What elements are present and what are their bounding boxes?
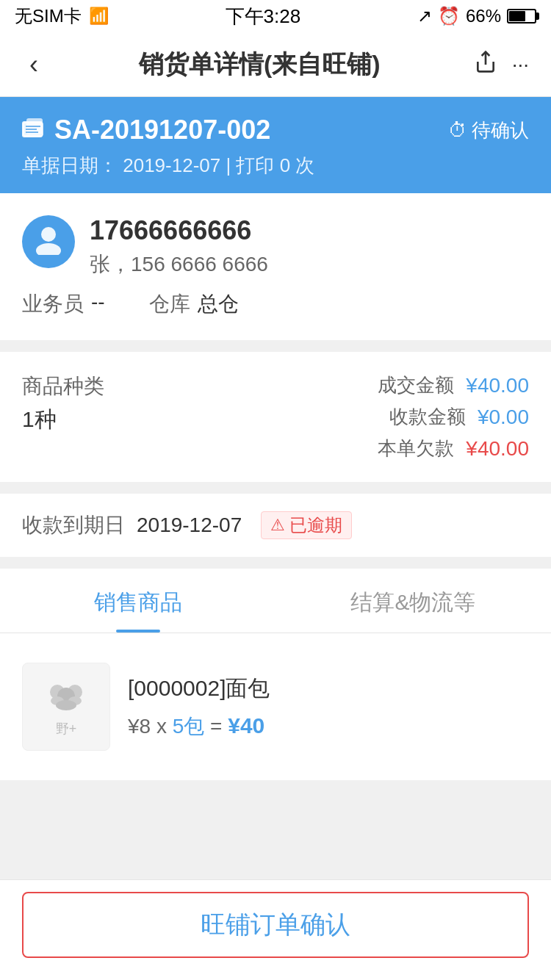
order-icon [22,115,47,145]
overdue-text: 已逾期 [289,514,342,537]
battery-label: 66% [466,6,501,26]
product-type-value: 1种 [22,405,104,435]
svg-point-14 [56,700,76,710]
back-button[interactable]: ‹ [22,42,46,87]
deal-amount-label: 成交金额 [378,372,454,398]
product-qty: 5包 [173,715,205,738]
deal-amount-value: ¥40.00 [466,374,529,397]
order-meta: 单据日期： 2019-12-07 | 打印 0 次 [22,153,529,179]
owed-amount-label: 本单欠款 [378,436,454,461]
product-logo-icon [43,676,90,717]
battery-icon [507,9,536,24]
product-price: ¥8 [128,715,151,738]
nav-actions: ··· [474,50,529,79]
warehouse-item: 仓库 总仓 [149,290,239,318]
received-amount-value: ¥0.00 [478,406,529,429]
header-card: SA-20191207-002 ⏱ 待确认 单据日期： 2019-12-07 |… [0,97,551,193]
order-status-badge: ⏱ 待确认 [448,118,529,143]
due-date-section: 收款到期日 2019-12-07 ⚠ 已逾期 [0,494,551,557]
warehouse-label: 仓库 [149,290,190,318]
location-icon: ↗ [417,6,432,26]
product-multiply: x [156,715,173,738]
received-amount-row: 收款金额 ¥0.00 [389,404,529,430]
product-row: 野+ [0000002]面包 ¥8 x 5包 = ¥40 [22,648,529,765]
overdue-badge: ⚠ 已逾期 [261,511,352,539]
order-id: SA-20191207-002 [22,115,270,145]
owed-amount-row: 本单欠款 ¥40.00 [378,436,529,461]
tabs-row: 销售商品 结算&物流等 [0,569,551,633]
product-name: [0000002]面包 [128,674,270,704]
wifi-icon: 📶 [89,7,109,26]
carrier-label: 无SIM卡 [15,4,82,28]
confirm-button[interactable]: 旺铺订单确认 [22,892,529,958]
page-title: 销货单详情(来自旺铺) [139,48,381,82]
avatar [22,215,75,268]
received-amount-label: 收款金额 [389,404,466,430]
summary-right: 成交金额 ¥40.00 收款金额 ¥0.00 本单欠款 ¥40.00 [378,372,529,461]
product-type-label: 商品种类 [22,372,104,400]
clock-icon: ⏱ [448,119,467,142]
customer-phone: 17666666666 [90,215,268,246]
status-bar: 无SIM卡 📶 下午3:28 ↗ ⏰ 66% [0,0,551,32]
tab-sales-products[interactable]: 销售商品 [0,569,276,633]
status-time: 下午3:28 [226,4,301,29]
status-left: 无SIM卡 📶 [15,4,109,28]
product-section: 野+ [0000002]面包 ¥8 x 5包 = ¥40 [0,633,551,780]
status-text: 待确认 [472,118,529,143]
tabs-section: 销售商品 结算&物流等 [0,569,551,633]
customer-name: 张，156 6666 6666 [90,251,268,278]
bottom-bar: 旺铺订单确认 [0,879,551,980]
due-date-value: 2019-12-07 [137,514,242,537]
due-date-label: 收款到期日 [22,511,125,539]
customer-info: 17666666666 张，156 6666 6666 [90,215,268,278]
overdue-icon: ⚠ [270,516,285,535]
status-right: ↗ ⏰ 66% [417,6,536,26]
tab-settlement-logistics[interactable]: 结算&物流等 [276,569,551,633]
product-details: [0000002]面包 ¥8 x 5包 = ¥40 [128,674,270,741]
product-total: ¥40 [228,713,264,738]
customer-section: 17666666666 张，156 6666 6666 业务员 -- 仓库 总仓 [0,193,551,340]
header-card-top: SA-20191207-002 ⏱ 待确认 [22,115,529,145]
product-price-row: ¥8 x 5包 = ¥40 [128,713,270,741]
warehouse-value: 总仓 [198,290,239,318]
summary-section: 商品种类 1种 成交金额 ¥40.00 收款金额 ¥0.00 本单欠款 ¥40.… [0,352,551,482]
summary-left: 商品种类 1种 [22,372,104,435]
salesperson-item: 业务员 -- [22,290,105,318]
share-button[interactable] [474,50,497,79]
customer-row: 17666666666 张，156 6666 6666 [22,215,529,278]
product-thumbnail: 野+ [22,663,110,751]
product-equals: = [210,715,228,738]
nav-bar: ‹ 销货单详情(来自旺铺) ··· [0,32,551,97]
svg-point-8 [36,243,61,255]
avatar-icon [32,223,65,262]
customer-extra-row: 业务员 -- 仓库 总仓 [22,290,529,318]
salesperson-value: -- [91,290,105,318]
deal-amount-row: 成交金额 ¥40.00 [378,372,529,398]
alarm-icon: ⏰ [438,6,460,26]
owed-amount-value: ¥40.00 [466,437,529,461]
more-button[interactable]: ··· [512,53,529,76]
svg-point-7 [41,227,56,242]
product-logo-text: 野+ [43,720,90,738]
salesperson-label: 业务员 [22,290,84,318]
